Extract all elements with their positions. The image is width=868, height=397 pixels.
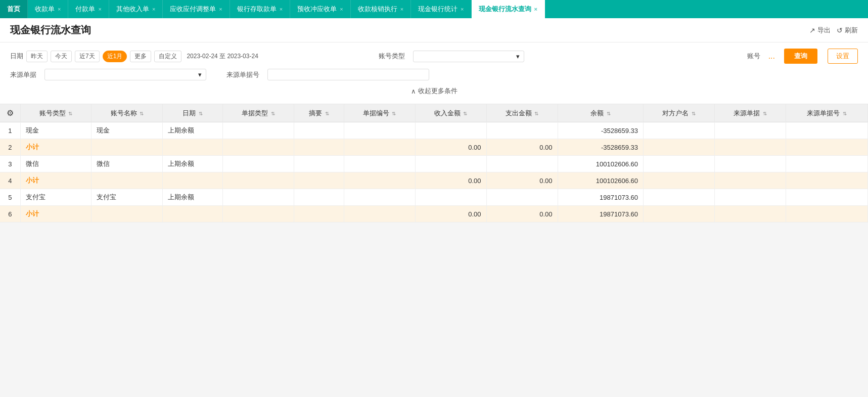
query-button[interactable]: 查询 — [784, 49, 817, 64]
col-expense[interactable]: 支出金额 ⇅ — [486, 104, 558, 122]
table-body: 1现金现金上期余额-3528659.332小计0.000.00-3528659.… — [0, 122, 868, 223]
sort-icon: ⇅ — [199, 111, 203, 116]
close-icon[interactable]: × — [534, 6, 537, 12]
close-icon[interactable]: × — [219, 6, 222, 12]
date-btn-today[interactable]: 今天 — [51, 51, 72, 62]
sort-icon: ⇅ — [68, 111, 72, 116]
source-doc-select[interactable]: ▾ — [44, 69, 206, 80]
close-icon[interactable]: × — [461, 6, 464, 12]
sort-icon: ⇅ — [325, 111, 329, 116]
date-btn-custom[interactable]: 自定义 — [154, 51, 181, 62]
gear-icon[interactable]: ⚙ — [7, 109, 14, 117]
account-type-select[interactable]: ▾ — [413, 51, 524, 62]
nav-tab-tiaozheng[interactable]: 应收应付调整单 × — [163, 0, 230, 18]
account-label: 账号 — [747, 52, 760, 61]
top-nav: 首页 收款单 × 付款单 × 其他收入单 × 应收应付调整单 × 银行存取款单 … — [0, 0, 868, 18]
table-row: 1现金现金上期余额-3528659.33 — [0, 122, 868, 139]
collapse-icon: ∧ — [411, 87, 416, 95]
date-filter-section: 日期 昨天 今天 近7天 近1月 更多 自定义 2023-02-24 至 202… — [10, 51, 369, 62]
nav-tab-fukuan[interactable]: 付款单 × — [68, 0, 109, 18]
date-btn-7days[interactable]: 近7天 — [75, 51, 100, 62]
col-source-doc-no[interactable]: 来源单据号 ⇅ — [786, 104, 867, 122]
refresh-button[interactable]: ↺ 刷新 — [837, 26, 858, 35]
filter-row-1: 日期 昨天 今天 近7天 近1月 更多 自定义 2023-02-24 至 202… — [10, 49, 858, 64]
date-btn-more[interactable]: 更多 — [130, 51, 151, 62]
sort-icon: ⇅ — [463, 111, 467, 116]
col-account-type[interactable]: 账号类型 ⇅ — [20, 104, 92, 122]
close-icon[interactable]: × — [98, 6, 101, 12]
refresh-icon: ↺ — [837, 26, 843, 34]
col-counterpart[interactable]: 对方户名 ⇅ — [643, 104, 714, 122]
col-date[interactable]: 日期 ⇅ — [163, 104, 223, 122]
sort-icon: ⇅ — [271, 111, 275, 116]
source-doc-no-input[interactable] — [267, 69, 429, 80]
chevron-down-icon: ▾ — [516, 53, 520, 60]
col-settings[interactable]: ⚙ — [0, 104, 20, 122]
account-dots[interactable]: ... — [768, 52, 775, 61]
collapse-button[interactable]: ∧ 收起更多条件 — [409, 84, 460, 98]
collapse-row: ∧ 收起更多条件 — [10, 84, 858, 98]
filter-row-2: 来源单据 ▾ 来源单据号 — [10, 69, 858, 80]
sort-icon: ⇅ — [607, 111, 611, 116]
data-table: ⚙ 账号类型 ⇅ 账号名称 ⇅ 日期 ⇅ 单据类型 ⇅ — [0, 104, 868, 223]
table-row: 6小计0.000.0019871073.60 — [0, 206, 868, 223]
date-buttons: 昨天 今天 近7天 近1月 更多 自定义 — [26, 51, 181, 62]
nav-home[interactable]: 首页 — [0, 0, 28, 18]
filter-area: 日期 昨天 今天 近7天 近1月 更多 自定义 2023-02-24 至 202… — [0, 42, 868, 104]
close-icon[interactable]: × — [152, 6, 155, 12]
nav-tab-liushui[interactable]: 现金银行流水查询 × — [472, 0, 545, 18]
sort-icon: ⇅ — [763, 111, 767, 116]
table-row: 2小计0.000.00-3528659.33 — [0, 139, 868, 156]
col-source-doc[interactable]: 来源单据 ⇅ — [714, 104, 786, 122]
source-doc-label: 来源单据 — [10, 70, 36, 79]
col-summary[interactable]: 摘要 ⇅ — [294, 104, 344, 122]
close-icon[interactable]: × — [280, 6, 283, 12]
table-container: ⚙ 账号类型 ⇅ 账号名称 ⇅ 日期 ⇅ 单据类型 ⇅ — [0, 104, 868, 223]
nav-tab-yinhang[interactable]: 银行存取款单 × — [230, 0, 290, 18]
sort-icon: ⇅ — [534, 111, 538, 116]
sort-icon: ⇅ — [692, 111, 696, 116]
export-button[interactable]: ↗ 导出 — [809, 26, 831, 35]
sort-icon: ⇅ — [392, 111, 396, 116]
close-icon[interactable]: × — [340, 6, 343, 12]
header-actions: ↗ 导出 ↺ 刷新 — [809, 26, 858, 35]
settings-button[interactable]: 设置 — [828, 49, 858, 64]
nav-tab-tongji[interactable]: 现金银行统计 × — [411, 0, 471, 18]
page-header: 现金银行流水查询 ↗ 导出 ↺ 刷新 — [0, 18, 868, 42]
nav-tab-shoukuan[interactable]: 收款单 × — [28, 0, 68, 18]
table-row: 5支付宝支付宝上期余额19871073.60 — [0, 189, 868, 206]
col-doc-type[interactable]: 单据类型 ⇅ — [223, 104, 294, 122]
table-row: 3微信微信上期余额100102606.60 — [0, 156, 868, 172]
account-type-label: 账号类型 — [379, 52, 405, 61]
nav-tab-hexiao[interactable]: 收款核销执行 × — [351, 0, 411, 18]
source-doc-no-label: 来源单据号 — [226, 70, 259, 79]
col-doc-no[interactable]: 单据编号 ⇅ — [344, 104, 415, 122]
col-balance[interactable]: 余额 ⇅ — [558, 104, 643, 122]
close-icon[interactable]: × — [58, 6, 61, 12]
page-title: 现金银行流水查询 — [10, 23, 91, 37]
date-btn-yesterday[interactable]: 昨天 — [26, 51, 48, 62]
col-account-name[interactable]: 账号名称 ⇅ — [92, 104, 163, 122]
date-label: 日期 — [10, 52, 23, 61]
close-icon[interactable]: × — [400, 6, 403, 12]
date-btn-1month[interactable]: 近1月 — [103, 51, 127, 62]
chevron-down-icon: ▾ — [198, 71, 202, 78]
sort-icon: ⇅ — [140, 111, 144, 116]
table-row: 4小计0.000.00100102606.60 — [0, 172, 868, 189]
sort-icon: ⇅ — [843, 111, 847, 116]
nav-tab-yushou[interactable]: 预收冲应收单 × — [290, 0, 350, 18]
table-header-row: ⚙ 账号类型 ⇅ 账号名称 ⇅ 日期 ⇅ 单据类型 ⇅ — [0, 104, 868, 122]
nav-tab-qitashouru[interactable]: 其他收入单 × — [109, 0, 163, 18]
date-range-display: 2023-02-24 至 2023-03-24 — [187, 52, 258, 61]
export-icon: ↗ — [809, 26, 815, 34]
col-income[interactable]: 收入金额 ⇅ — [415, 104, 486, 122]
